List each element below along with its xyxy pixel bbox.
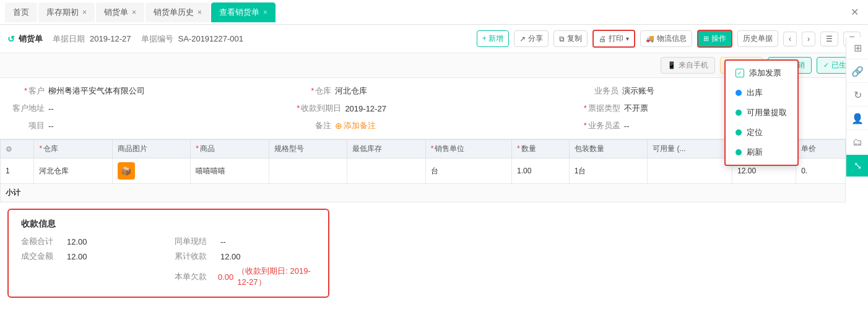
row-pack-qty: 1台 bbox=[569, 158, 647, 184]
new-button[interactable]: + 新增 bbox=[477, 30, 509, 47]
staff-label: 业务员 bbox=[584, 85, 618, 97]
transaction-row: 成交金额 12.00 bbox=[21, 251, 162, 262]
doc-title: ↺ 销货单 bbox=[7, 33, 43, 45]
transaction-value: 12.00 bbox=[67, 252, 87, 261]
doc-no-meta: 单据编号 SA-20191227-001 bbox=[141, 33, 244, 45]
col-image: 商品图片 bbox=[112, 140, 190, 158]
view-list-button[interactable]: ☰ bbox=[820, 32, 838, 46]
sidebar-grid-icon[interactable]: ⊞ bbox=[846, 37, 868, 59]
warehouse-value: 河北仓库 bbox=[335, 85, 571, 97]
col-unit: 销售单位 bbox=[425, 140, 511, 158]
print-button[interactable]: 🖨 打印 ▾ bbox=[592, 30, 635, 48]
gear-icon[interactable]: ⚙ bbox=[6, 145, 12, 154]
col-min-stock: 最低库存 bbox=[347, 140, 425, 158]
staff-field: 业务员 演示账号 bbox=[584, 85, 858, 97]
address-value: -- bbox=[48, 104, 284, 113]
dropdown-locate[interactable]: 定位 bbox=[726, 123, 797, 142]
same-order-value: -- bbox=[220, 237, 226, 246]
doc-date-meta: 单据日期 2019-12-27 bbox=[53, 33, 131, 45]
row-qty: 1.00 bbox=[512, 158, 570, 184]
add-note-button[interactable]: ⊕ 添加备注 bbox=[335, 120, 376, 131]
staff2-label: 业务员孟 bbox=[584, 120, 620, 131]
tab-bar: 首页 库存期初 × 销货单 × 销货单历史 × 查看销货单 × ✕ bbox=[0, 0, 868, 25]
tab-view-sales-close[interactable]: × bbox=[263, 8, 267, 17]
remark-label: 备注 bbox=[297, 120, 331, 131]
total-label: 金额合计 bbox=[21, 236, 61, 247]
project-field: 项目 -- bbox=[10, 120, 284, 131]
no-label: 单据编号 bbox=[141, 33, 173, 45]
tab-inventory[interactable]: 库存期初 × bbox=[38, 2, 95, 22]
tab-sales-history[interactable]: 销货单历史 × bbox=[145, 2, 210, 22]
nav-prev-button[interactable]: ‹ bbox=[783, 32, 797, 46]
dropdown-add-invoice[interactable]: ✓ 添加发票 bbox=[726, 63, 797, 83]
subtotal-row: 小计 bbox=[1, 184, 846, 202]
status-from-phone: 📱 来自手机 bbox=[661, 57, 715, 74]
dropdown-refresh[interactable]: 刷新 bbox=[726, 142, 797, 162]
ticket-type-label: 票据类型 bbox=[584, 103, 620, 114]
col-gear: ⚙ bbox=[1, 140, 34, 158]
tab-sales-close[interactable]: × bbox=[132, 8, 136, 17]
sidebar-archive-icon[interactable]: 🗂 bbox=[846, 131, 868, 154]
add-invoice-icon: ✓ bbox=[736, 69, 744, 77]
same-order-label: 同单现结 bbox=[175, 236, 214, 247]
history-button[interactable]: 历史单据 bbox=[737, 30, 778, 47]
row-warehouse: 河北仓库 bbox=[34, 158, 112, 184]
subtotal-label: 小计 bbox=[1, 184, 846, 202]
locate-icon bbox=[736, 129, 742, 136]
share-button[interactable]: ↗ 分享 bbox=[514, 30, 549, 47]
col-spec: 规格型号 bbox=[269, 140, 347, 158]
data-table-container: ⚙ 仓库 商品图片 商品 规格型号 最低库存 销售单位 数量 包装数量 可用量 … bbox=[0, 139, 846, 202]
staff2-field: 业务员孟 -- bbox=[584, 120, 858, 131]
row-unit: 台 bbox=[425, 158, 511, 184]
data-table: ⚙ 仓库 商品图片 商品 规格型号 最低库存 销售单位 数量 包装数量 可用量 … bbox=[0, 139, 846, 202]
operation-dropdown: ✓ 添加发票 出库 可用量提取 定位 刷新 bbox=[724, 59, 799, 166]
tab-view-sales[interactable]: 查看销货单 × bbox=[211, 2, 276, 22]
row-spec bbox=[269, 158, 347, 184]
owed-row: 本单欠款 0.00 （收款到期日: 2019-12-27） bbox=[175, 266, 316, 288]
total-row: 金额合计 12.00 bbox=[21, 236, 162, 247]
col-warehouse: 仓库 bbox=[34, 140, 112, 158]
owed-label: 本单欠款 bbox=[175, 271, 214, 282]
sidebar-expand-icon[interactable]: ⤡ bbox=[846, 155, 868, 177]
dropdown-outbound[interactable]: 出库 bbox=[726, 83, 797, 103]
copy-button[interactable]: ⧉ 复制 bbox=[553, 30, 588, 47]
product-thumbnail: 📦 bbox=[118, 162, 135, 180]
tab-sales-history-close[interactable]: × bbox=[197, 8, 202, 17]
row-product: 嘻嘻嘻嘻 bbox=[191, 158, 269, 184]
date-label: 单据日期 bbox=[53, 33, 85, 45]
doc-type-icon: ↺ bbox=[7, 34, 15, 44]
customer-field: 客户 柳州粤港平安气体有限公司 bbox=[10, 85, 284, 97]
row-min-stock bbox=[347, 158, 425, 184]
payment-box: 收款信息 金额合计 12.00 同单现结 -- 成交金额 12.00 累计收款 … bbox=[7, 209, 329, 298]
ticket-type-field: 票据类型 不开票 bbox=[584, 103, 858, 114]
dropdown-available-qty[interactable]: 可用量提取 bbox=[726, 103, 797, 123]
cumulative-label: 累计收款 bbox=[175, 251, 214, 262]
operation-button[interactable]: ⊞ 操作 bbox=[697, 30, 732, 48]
sidebar-link-icon[interactable]: 🔗 bbox=[846, 61, 868, 83]
owed-value: 0.00 bbox=[218, 272, 233, 282]
table-row: 1 河北仓库 📦 嘻嘻嘻嘻 台 1.00 1台 12.00 0. bbox=[1, 158, 846, 184]
right-sidebar: ⊞ 🔗 ↻ 👤 🗂 ⤡ bbox=[846, 37, 868, 177]
sidebar-refresh-icon[interactable]: ↻ bbox=[846, 84, 868, 106]
tab-sales[interactable]: 销货单 × bbox=[96, 2, 144, 22]
project-value: -- bbox=[48, 121, 284, 131]
address-field: 客户地址 -- bbox=[10, 103, 284, 114]
nav-next-button[interactable]: › bbox=[802, 32, 815, 46]
no-value: SA-20191227-001 bbox=[178, 34, 244, 43]
warehouse-label: 仓库 bbox=[297, 85, 331, 97]
cumulative-value: 12.00 bbox=[220, 252, 241, 261]
customer-value: 柳州粤港平安气体有限公司 bbox=[48, 85, 284, 97]
owed-note: （收款到期日: 2019-12-27） bbox=[237, 266, 316, 288]
row-index: 1 bbox=[1, 158, 34, 184]
due-date-label: 收款到期日 bbox=[297, 103, 341, 114]
tab-home[interactable]: 首页 bbox=[5, 2, 37, 22]
window-close-button[interactable]: ✕ bbox=[846, 4, 863, 21]
col-available: 可用量 (... bbox=[648, 140, 732, 158]
tab-inventory-close[interactable]: × bbox=[82, 8, 87, 17]
transaction-label: 成交金额 bbox=[21, 251, 61, 262]
row-unit-price: 0. bbox=[796, 158, 846, 184]
available-qty-icon bbox=[736, 110, 742, 116]
sidebar-user-icon[interactable]: 👤 bbox=[846, 108, 868, 130]
logistics-button[interactable]: 🚚 物流信息 bbox=[640, 30, 692, 47]
date-value: 2019-12-27 bbox=[90, 34, 131, 43]
